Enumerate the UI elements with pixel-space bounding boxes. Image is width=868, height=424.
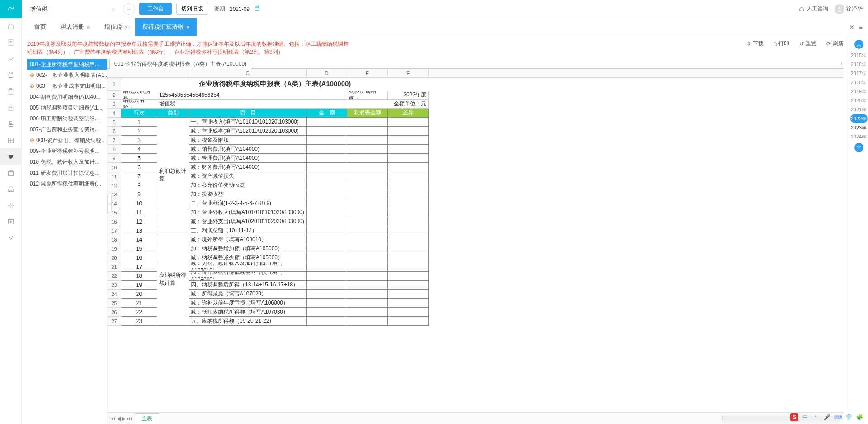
cell-pl[interactable] (347, 136, 388, 145)
cell-item[interactable]: 减：营业外支出(填写A102010\102020\103000) (189, 217, 307, 226)
cell-pl[interactable] (347, 226, 388, 235)
cell-diff[interactable] (388, 226, 429, 235)
cell-amount[interactable] (307, 235, 347, 244)
ime-mic-icon[interactable]: 🎤 (823, 413, 831, 421)
cell-pl[interactable] (347, 145, 388, 154)
nav-inbox-icon[interactable] (0, 181, 22, 197)
cell-pl[interactable] (347, 127, 388, 136)
nav-v-icon[interactable] (0, 230, 22, 246)
year-up-icon[interactable]: ︽ (854, 40, 863, 49)
sheet-tab[interactable]: 001-企业所得税年度纳税申报表（A类）主表(A100000) (109, 59, 251, 69)
tree-item-2[interactable]: ⊘003-一般企业成本支出明细... (27, 81, 107, 91)
cell-diff[interactable] (388, 235, 429, 244)
nav-doc-icon[interactable] (0, 34, 22, 51)
tab-close-all-icon[interactable]: ✕ (849, 24, 854, 31)
cell-diff[interactable] (388, 244, 429, 253)
cell-diff[interactable] (388, 290, 429, 299)
cell-diff[interactable] (388, 308, 429, 317)
bottom-sheet-tab[interactable]: 主表 (135, 413, 159, 424)
cell-pl[interactable] (347, 118, 388, 127)
cell-item[interactable]: 五、应纳税所得额（19-20-21-22） (189, 317, 307, 326)
cell-amount[interactable] (307, 217, 347, 226)
year-2016年[interactable]: 2016年 (850, 60, 868, 69)
consult-link[interactable]: 人工咨询 (798, 5, 828, 13)
cell-pl[interactable] (347, 272, 388, 281)
cell-amount[interactable] (307, 127, 347, 136)
sheet-nav-next-icon[interactable]: ▶ (122, 415, 126, 422)
cell-item[interactable]: 减：销售费用(填写A104000) (189, 145, 307, 154)
cell-diff[interactable] (388, 163, 429, 172)
cell-diff[interactable] (388, 272, 429, 281)
cell-diff[interactable] (388, 199, 429, 208)
ime-tool-icon[interactable]: 🧩 (855, 413, 863, 421)
nav-tax-icon[interactable] (0, 148, 22, 165)
cell-diff[interactable] (388, 172, 429, 181)
cell-diff[interactable] (388, 281, 429, 290)
cell-diff[interactable] (388, 217, 429, 226)
cell-item[interactable]: 一、营业收入(填写A101010\101020\103000) (189, 118, 307, 127)
cell-item[interactable]: 减：管理费用(填写A104000) (189, 154, 307, 163)
list-toggle-button[interactable] (123, 3, 135, 15)
tree-item-6[interactable]: 007-广告费和业务宣传费跨... (27, 124, 107, 135)
nav-stamp-icon[interactable] (0, 116, 22, 132)
year-down-icon[interactable]: ︾ (854, 143, 863, 152)
cell-diff[interactable] (388, 262, 429, 272)
year-2024年[interactable]: 2024年 (850, 132, 868, 141)
cell-pl[interactable] (347, 172, 388, 181)
page-tab-0[interactable]: 首页 (27, 18, 53, 36)
tree-item-1[interactable]: ⊘002-一般企业收入明细表(A1... (27, 70, 107, 81)
cell-pl[interactable] (347, 308, 388, 317)
cell-pl[interactable] (347, 290, 388, 299)
cell-amount[interactable] (307, 181, 347, 190)
cell-diff[interactable] (388, 145, 429, 154)
tab-more-icon[interactable]: ≡ (859, 24, 863, 31)
cell-pl[interactable] (347, 281, 388, 290)
cell-pl[interactable] (347, 253, 388, 262)
print-button[interactable]: ⎙打印 (774, 40, 789, 48)
cell-amount[interactable] (307, 154, 347, 163)
page-tab-3[interactable]: 所得税汇算清缴× (135, 18, 197, 36)
refresh-button[interactable]: ⟳刷新 (826, 40, 844, 48)
cell-item[interactable]: 四、纳税调整后所得（13-14+15-16-17+18） (189, 281, 307, 290)
cell-item[interactable]: 减：所得减免（填写A107020） (189, 290, 307, 299)
tab-close-icon[interactable]: × (125, 24, 128, 30)
nav-gear-icon[interactable] (0, 197, 22, 214)
cell-pl[interactable] (347, 299, 388, 308)
cell-amount[interactable] (307, 172, 347, 181)
tree-item-8[interactable]: 009-企业所得税弥补亏损明... (27, 146, 107, 157)
calendar-icon[interactable] (254, 5, 260, 13)
sheet-nav-prev-icon[interactable]: ◀ (117, 415, 121, 422)
cell-amount[interactable] (307, 208, 347, 217)
cell-amount[interactable] (307, 308, 347, 317)
cell-diff[interactable] (388, 253, 429, 262)
grid-body[interactable]: 1企业所得税年度纳税申报表（A类）主表(A100000)2纳税人识别号：1255… (108, 78, 844, 412)
cell-item[interactable]: 加：投资收益 (189, 190, 307, 199)
sheet-nav-last-icon[interactable]: ⏭ (127, 415, 132, 422)
nav-chart-icon[interactable] (0, 51, 22, 67)
ime-punct-icon[interactable]: °, (812, 413, 820, 421)
ime-lang-icon[interactable]: 中 (801, 413, 809, 421)
nav-home-icon[interactable] (0, 18, 22, 34)
cell-item[interactable]: 减：营业成本(填写A102010\102020\103000) (189, 127, 307, 136)
tree-item-5[interactable]: 006-职工薪酬纳税调整明细... (27, 113, 107, 124)
tree-item-7[interactable]: ⊘008-资产折旧、摊销及纳税... (27, 135, 107, 146)
collapse-tree-handle[interactable]: ‹ (107, 195, 112, 213)
cell-diff[interactable] (388, 208, 429, 217)
cell-item[interactable]: 减：税金及附加 (189, 136, 307, 145)
page-tab-2[interactable]: 增值税× (97, 18, 135, 36)
year-2022年[interactable]: 2022年 (850, 114, 868, 123)
cell-item[interactable]: 减：抵扣应纳税所得额（填写A107030） (189, 308, 307, 317)
year-2020年[interactable]: 2020年 (850, 96, 868, 105)
cell-item[interactable]: 减：资产减值损失 (189, 172, 307, 181)
sheet-scroll-right-icon[interactable]: › (840, 60, 843, 67)
tab-close-icon[interactable]: × (87, 24, 90, 30)
tree-item-10[interactable]: 011-研发费用加计扣除优惠... (27, 167, 107, 178)
cell-diff[interactable] (388, 299, 429, 308)
cell-diff[interactable] (388, 181, 429, 190)
sheet-nav-first-icon[interactable]: ⏮ (110, 415, 116, 422)
user-menu[interactable]: 徐泽华 (835, 4, 863, 14)
cell-item[interactable]: 加：公允价值变动收益 (189, 181, 307, 190)
cell-amount[interactable] (307, 299, 347, 308)
cell-amount[interactable] (307, 244, 347, 253)
cell-amount[interactable] (307, 190, 347, 199)
